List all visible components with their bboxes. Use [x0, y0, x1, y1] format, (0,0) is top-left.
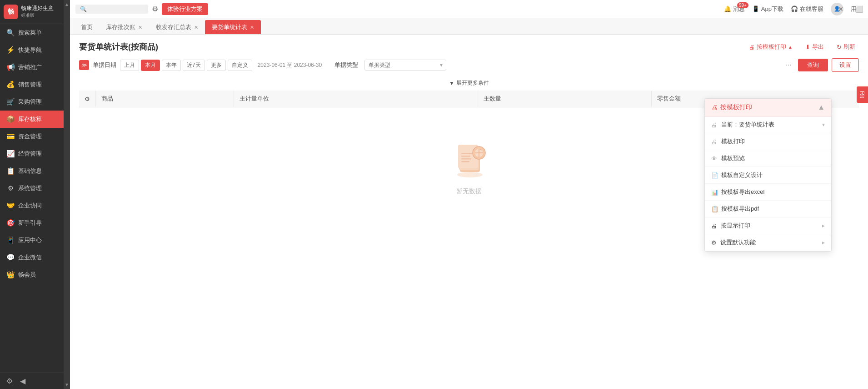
trial-btn[interactable]: 体验行业方案: [162, 3, 208, 15]
sidebar-item-purchase[interactable]: 🛒 采购管理: [0, 93, 64, 111]
online-service-btn[interactable]: 🎧 在线客服: [791, 5, 823, 13]
display-print-expand[interactable]: 🖨 按显示打印 ▸: [705, 217, 831, 234]
display-print-chevron: ▸: [822, 222, 825, 229]
tab-label: 收发存汇总表: [156, 23, 191, 31]
tab-home[interactable]: 首页: [75, 20, 99, 34]
table-settings-btn[interactable]: 设置: [832, 58, 859, 72]
set-default-label: 设置默认功能: [720, 238, 756, 247]
wechat-icon: 💬: [6, 253, 15, 262]
template-current-icon: 🖨: [711, 121, 717, 128]
sidebar-item-label: 快捷导航: [18, 46, 42, 54]
scroll-up-arrow[interactable]: ▲: [65, 2, 69, 7]
messages-badge: 99+: [737, 2, 748, 8]
app-download-btn[interactable]: 📱 App下载: [752, 5, 783, 13]
messages-btn[interactable]: 🔔 消息 99+: [724, 5, 745, 13]
date-btn-more[interactable]: 更多: [207, 60, 226, 71]
order-type-select-wrap: 单据类型: [334, 61, 361, 69]
marketing-icon: 📢: [6, 63, 15, 71]
tab-stock-batch[interactable]: 库存批次账 ✕: [99, 20, 149, 34]
col-goods: 商品: [96, 91, 234, 107]
sidebar-item-label: 销售管理: [18, 81, 42, 89]
tab-order-stats[interactable]: 要货单统计表 ✕: [205, 20, 261, 34]
win-maximize-btn[interactable]: ⬜: [850, 0, 868, 18]
sidebar-item-quick-nav[interactable]: ⚡ 快捷导航: [0, 41, 64, 59]
design-icon: 📄: [711, 172, 718, 179]
finance-icon: 💳: [6, 132, 15, 141]
sidebar-item-inventory[interactable]: 📦 库存核算: [0, 111, 64, 128]
excel-icon: 📊: [711, 189, 718, 196]
col-settings[interactable]: ⚙: [79, 91, 96, 107]
topbar-gear-icon[interactable]: ⚙: [152, 5, 158, 13]
query-btn[interactable]: 查询: [798, 59, 828, 71]
tab-close-order-stats[interactable]: ✕: [250, 25, 254, 30]
template-print-label: 模板打印: [721, 137, 745, 146]
online-service-label: 在线客服: [800, 5, 823, 13]
date-btn-7days[interactable]: 近7天: [183, 60, 205, 71]
topbar-search-box[interactable]: 🔍: [75, 5, 148, 14]
template-print-item[interactable]: 🖨 模板打印: [705, 133, 831, 150]
template-design-item[interactable]: 📄 模板自定义设计: [705, 167, 831, 184]
sidebar-item-label: 应用中心: [18, 236, 42, 244]
sidebar-item-label: 营销推广: [18, 63, 42, 71]
sidebar-item-member[interactable]: 👑 畅会员: [0, 266, 64, 283]
search-icon: 🔍: [80, 6, 87, 12]
refresh-btn[interactable]: ↻ 刷新: [833, 41, 859, 53]
date-range-display: 2023-06-01 至 2023-06-30: [258, 61, 322, 69]
print-icon: 🖨: [749, 44, 755, 51]
template-export-pdf-item[interactable]: 📋 按模板导出pdf: [705, 201, 831, 217]
bell-icon: 🔔: [724, 5, 731, 12]
tab-label: 库存批次账: [106, 23, 135, 31]
date-filter-label: 单据日期: [93, 61, 116, 69]
preview-icon: 👁: [711, 155, 717, 162]
template-preview-label: 模板预览: [721, 154, 745, 162]
template-preview-item[interactable]: 👁 模板预览: [705, 150, 831, 167]
tab-close-stock-batch[interactable]: ✕: [138, 25, 142, 30]
sidebar-item-label: 基础信息: [18, 167, 42, 175]
sidebar-item-basic[interactable]: 📋 基础信息: [0, 162, 64, 180]
app-center-icon: 📱: [6, 236, 15, 244]
tab-close-collection[interactable]: ✕: [194, 25, 198, 30]
more-options-btn[interactable]: ···: [783, 60, 794, 70]
svg-rect-12: [461, 161, 469, 162]
sidebar-item-app-center[interactable]: 📱 应用中心: [0, 232, 64, 249]
sidebar-item-marketing[interactable]: 📢 营销推广: [0, 59, 64, 76]
order-type-label: 单据类型: [334, 61, 358, 68]
sidebar-item-guide[interactable]: 🎯 新手引导: [0, 214, 64, 232]
date-btn-this-month[interactable]: 本月: [141, 60, 160, 71]
sidebar-item-sales[interactable]: 💰 销售管理: [0, 76, 64, 93]
svg-rect-10: [461, 156, 470, 157]
sidebar-item-label: 库存核算: [18, 115, 42, 123]
sidebar-item-operation[interactable]: 📈 经营管理: [0, 145, 64, 162]
sidebar-item-enterprise[interactable]: 🤝 企业协同: [0, 197, 64, 214]
sidebar-item-system[interactable]: ⚙ 系统管理: [0, 180, 64, 197]
date-btn-last-month[interactable]: 上月: [120, 60, 139, 71]
print-btn[interactable]: 🖨 按模板打印 ▲: [745, 41, 796, 53]
date-btn-this-year[interactable]: 本年: [162, 60, 181, 71]
tab-collection-summary[interactable]: 收发存汇总表 ✕: [149, 20, 205, 34]
win-close-btn[interactable]: ✕: [832, 0, 850, 18]
sidebar-item-wechat[interactable]: 💬 企业微信: [0, 249, 64, 266]
rit-sidebar-label[interactable]: Rit: [857, 86, 868, 103]
tabbar: 首页 库存批次账 ✕ 收发存汇总表 ✕ 要货单统计表 ✕ ✕ ⬜: [70, 18, 868, 35]
template-export-excel-item[interactable]: 📊 按模板导出excel: [705, 184, 831, 201]
current-template-item[interactable]: 🖨 当前：要货单统计表 ▾: [705, 116, 831, 133]
dropdown-header: 🖨 按模板打印 ▲: [705, 99, 831, 116]
sales-icon: 💰: [6, 81, 15, 89]
scroll-down-arrow[interactable]: ▼: [65, 382, 69, 387]
date-btn-custom[interactable]: 自定义: [228, 60, 252, 71]
col-unit: 主计量单位: [234, 91, 478, 107]
export-btn[interactable]: ⬇ 导出: [802, 41, 828, 53]
sidebar-item-label: 畅会员: [18, 271, 36, 279]
expand-more-btn[interactable]: ▼ 展开更多条件: [442, 77, 496, 89]
set-default-expand[interactable]: ⚙ 设置默认功能 ▸: [705, 234, 831, 251]
filter-toggle-btn[interactable]: ≫: [79, 60, 89, 70]
inventory-icon: 📦: [6, 115, 15, 123]
basic-icon: 📋: [6, 167, 15, 175]
sidebar-item-search[interactable]: 🔍 搜索菜单: [0, 24, 64, 41]
settings-bottom-icon[interactable]: ⚙: [6, 377, 13, 385]
sidebar-item-finance[interactable]: 💳 资金管理: [0, 128, 64, 145]
col-qty: 主数量: [478, 91, 652, 107]
order-type-select[interactable]: 单据类型: [364, 60, 446, 71]
sidebar-collapse-icon[interactable]: ◀: [20, 377, 25, 385]
dropdown-close-btn[interactable]: ▲: [818, 103, 825, 111]
